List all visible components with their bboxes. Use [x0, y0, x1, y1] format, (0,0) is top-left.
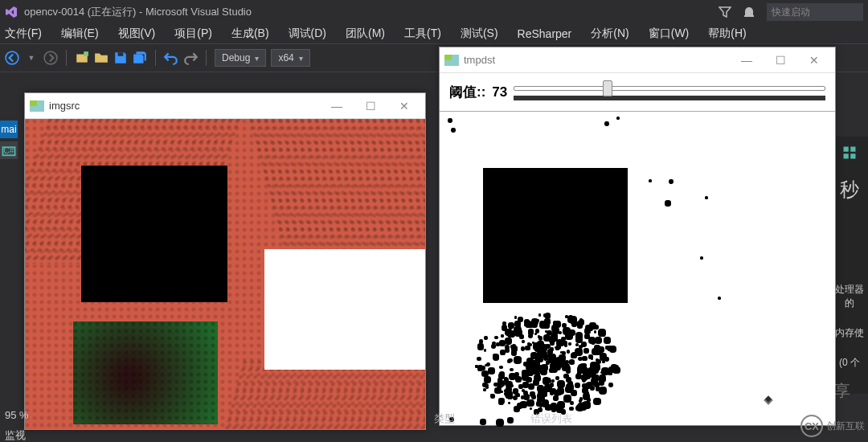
svg-rect-9	[844, 153, 849, 158]
vs-window-title: opencv-0014 (正在运行) - Microsoft Visual St…	[24, 5, 252, 19]
diagnostic-side-panel: 秒 处理器的 内存使 (0 个	[831, 137, 868, 394]
platform-combo[interactable]: x64	[271, 49, 309, 67]
svg-point-1	[44, 51, 57, 64]
svg-rect-10	[850, 153, 855, 158]
vs-logo-icon	[5, 6, 18, 18]
filter-icon[interactable]	[719, 6, 731, 18]
svg-rect-4	[118, 52, 124, 56]
dst-black-square	[483, 168, 628, 303]
nav-forward-icon[interactable]	[43, 51, 58, 65]
notifications-icon[interactable]	[743, 6, 755, 18]
svg-rect-8	[850, 147, 855, 152]
svg-point-0	[6, 51, 18, 64]
menu-view[interactable]: 视图(V)	[118, 27, 156, 41]
menu-project[interactable]: 项目(P)	[174, 27, 212, 41]
menu-tools[interactable]: 工具(T)	[404, 27, 441, 41]
svg-text:C#: C#	[4, 146, 14, 155]
window-title: tmpdst	[464, 54, 495, 66]
redo-icon[interactable]	[183, 51, 198, 65]
threshold-value: 73	[492, 84, 507, 100]
save-all-icon[interactable]	[133, 51, 147, 65]
window-title: imgsrc	[49, 100, 80, 112]
close-button[interactable]: ✕	[393, 100, 416, 113]
nav-back-icon[interactable]	[5, 51, 19, 65]
quick-launch-input[interactable]: 快速启动	[767, 3, 863, 21]
close-button[interactable]: ✕	[803, 54, 825, 67]
imgsrc-image	[25, 119, 425, 429]
menu-resharper[interactable]: ReSharper	[518, 27, 572, 40]
watermark-cx: CX 创新互联	[800, 415, 865, 437]
undo-icon[interactable]	[164, 51, 178, 65]
minimize-button[interactable]: —	[735, 54, 758, 67]
menu-debug[interactable]: 调试(D)	[289, 27, 326, 41]
vs-menubar: 文件(F) 编辑(E) 视图(V) 项目(P) 生成(B) 调试(D) 团队(M…	[0, 24, 868, 43]
dropdown-icon[interactable]: ▼	[24, 51, 39, 65]
new-project-icon[interactable]	[75, 51, 89, 65]
open-file-icon[interactable]	[94, 51, 108, 65]
src-black-square	[81, 166, 227, 302]
watch-label[interactable]: 监视	[5, 428, 26, 443]
menu-help[interactable]: 帮助(H)	[708, 27, 746, 41]
seconds-label: 秒	[840, 177, 859, 203]
threshold-label: 阈值::	[449, 83, 485, 101]
menu-build[interactable]: 生成(B)	[231, 27, 269, 41]
wechat-icon	[760, 383, 781, 400]
window-tmpdst[interactable]: tmpdst — ☐ ✕ 阈值:: 73	[439, 47, 836, 426]
tool-icon[interactable]	[841, 145, 858, 161]
zero-label: (0 个	[839, 356, 860, 370]
type-label: 类型	[434, 411, 455, 426]
src-white-rectangle	[264, 249, 425, 370]
menu-analyze[interactable]: 分析(N)	[591, 27, 628, 41]
svg-rect-12	[30, 100, 37, 106]
error-list-tab[interactable]: 错误列表	[530, 411, 572, 426]
left-tab-tool-icon[interactable]: C#	[0, 141, 18, 159]
menu-file[interactable]: 文件(F)	[5, 27, 42, 41]
svg-rect-7	[844, 147, 849, 152]
processor-label: 处理器的	[831, 283, 868, 310]
threshold-trackbar[interactable]	[514, 80, 825, 105]
save-icon[interactable]	[113, 51, 128, 65]
menu-team[interactable]: 团队(M)	[346, 27, 385, 41]
config-combo[interactable]: Debug	[215, 49, 266, 67]
watermark-weika: 微卡智享	[760, 380, 850, 402]
svg-rect-3	[84, 51, 88, 56]
menu-edit[interactable]: 编辑(E)	[61, 27, 99, 41]
opencv-window-icon	[444, 55, 459, 66]
opencv-window-icon	[30, 100, 44, 112]
maximize-button[interactable]: ☐	[359, 100, 382, 113]
menu-test[interactable]: 测试(S)	[461, 27, 498, 41]
left-tab-active[interactable]: mai	[0, 121, 18, 138]
progress-pct: 95 %	[5, 409, 29, 421]
svg-rect-14	[444, 55, 452, 60]
cx-logo-icon: CX	[800, 415, 823, 437]
window-imgsrc[interactable]: imgsrc — ☐ ✕	[24, 92, 426, 430]
tmpdst-image	[440, 112, 835, 425]
minimize-button[interactable]: —	[326, 100, 348, 113]
maximize-button[interactable]: ☐	[769, 54, 792, 67]
menu-window[interactable]: 窗口(W)	[649, 27, 690, 41]
memory-label: 内存使	[835, 326, 864, 340]
